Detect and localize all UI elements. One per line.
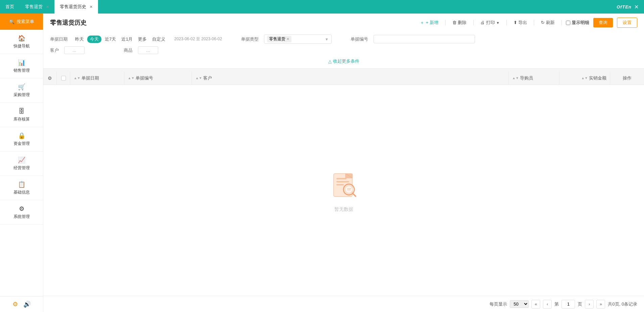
sidebar-item-purchase-mgmt[interactable]: 🛒 采购管理: [0, 79, 43, 103]
sort-date-icon[interactable]: ▲▼: [74, 76, 80, 80]
sidebar-item-fund-mgmt[interactable]: 🔒 资金管理: [0, 127, 43, 152]
delete-label: 🗑 删除: [452, 20, 467, 26]
doc-type-tag-close[interactable]: ✕: [286, 37, 289, 41]
show-detail-checkbox[interactable]: [566, 21, 570, 25]
toolbar-divider-5: [562, 20, 562, 25]
print-button[interactable]: 🖨 打印 ▼: [478, 18, 502, 27]
empty-state: 暂无数据: [43, 85, 644, 296]
collapse-icon: △: [328, 59, 332, 64]
date-opt-yesterday[interactable]: 昨天: [73, 36, 86, 43]
new-label: + 新增: [426, 20, 438, 26]
page-header: 零售退货历史 ＋ + 新增 🗑 删除 🖨 打印 ▼: [43, 14, 644, 69]
tab-retail-return-label: 零售退货: [25, 4, 43, 10]
sidebar-item-fund-mgmt-label: 资金管理: [14, 141, 30, 147]
th-guide-label: 导购员: [520, 75, 533, 81]
sidebar-item-operations-mgmt[interactable]: 📈 经营管理: [0, 152, 43, 176]
sales-mgmt-icon: 📊: [18, 59, 25, 66]
sidebar-search[interactable]: 🔍 搜索菜单: [0, 14, 43, 30]
delete-button[interactable]: 🗑 删除: [450, 18, 470, 27]
sidebar-item-sales-mgmt-label: 销售管理: [14, 68, 30, 73]
tab-retail-return-history[interactable]: 零售退货历史 ✕: [54, 0, 98, 14]
filter-row-2: 客户 ... 商品 ...: [50, 46, 637, 54]
sidebar-search-label: 搜索菜单: [17, 19, 34, 25]
inventory-calc-icon: 🗄: [18, 108, 25, 115]
th-number-label: 单据编号: [136, 75, 153, 81]
doc-type-label: 单据类型: [241, 36, 259, 42]
refresh-button[interactable]: ↻ 刷新: [538, 18, 557, 27]
query-label: 查询: [599, 20, 607, 26]
date-opt-more[interactable]: 更多: [136, 36, 149, 43]
doc-type-tag: 零售退货 ✕: [267, 36, 291, 42]
content-area: 零售退货历史 ＋ + 新增 🗑 删除 🖨 打印 ▼: [43, 14, 644, 312]
page-number-input[interactable]: [562, 300, 575, 309]
purchase-mgmt-icon: 🛒: [18, 83, 25, 91]
th-customer-label: 客户: [203, 75, 212, 81]
sidebar-item-inventory-calc[interactable]: 🗄 库存核算: [0, 103, 43, 127]
sidebar-item-quick-nav[interactable]: 🏠 快捷导航: [0, 30, 43, 54]
sort-number-icon[interactable]: ▲▼: [128, 76, 135, 80]
prev-page-button[interactable]: ‹: [543, 300, 552, 309]
collapse-button[interactable]: △ 收起更多条件: [324, 57, 363, 66]
settings-button[interactable]: 设置: [617, 18, 637, 28]
sort-guide-icon[interactable]: ▲▼: [512, 76, 519, 80]
new-icon: ＋: [420, 20, 424, 26]
date-range-display: 2023-06-02 至 2023-06-02: [174, 36, 222, 42]
last-page-button[interactable]: »: [596, 300, 605, 309]
print-dropdown-icon: ▼: [496, 21, 500, 25]
sidebar-item-system-mgmt[interactable]: ⚙ 系统管理: [0, 200, 43, 225]
th-number: ▲▼ 单据编号: [124, 71, 192, 85]
tab-home[interactable]: 首页: [0, 0, 20, 14]
th-customer: ▲▼ 客户: [192, 71, 509, 85]
doc-type-tag-label: 零售退货: [269, 36, 285, 42]
export-button[interactable]: ⬆ 导出: [511, 18, 530, 27]
select-all-checkbox[interactable]: [61, 76, 66, 81]
th-checkbox[interactable]: [57, 71, 70, 85]
tab-retail-return[interactable]: 零售退货 ✕: [20, 0, 54, 14]
table-area: ⚙ ▲▼ 单据日期 ▲▼ 单据编号 ▲▼ 客户 ▲▼: [43, 71, 644, 296]
toolbar: ＋ + 新增 🗑 删除 🖨 打印 ▼ ⬆ 导出: [417, 18, 637, 28]
sort-amount-icon[interactable]: ▲▼: [581, 76, 588, 80]
sort-customer-icon[interactable]: ▲▼: [195, 76, 202, 80]
product-picker[interactable]: ...: [138, 46, 158, 54]
customer-label: 客户: [50, 47, 59, 53]
date-filter-label: 单据日期: [50, 36, 68, 42]
date-opt-last1m[interactable]: 近1月: [119, 36, 135, 43]
svg-line-6: [353, 193, 356, 196]
basic-info-icon: 📋: [18, 181, 25, 188]
window-close-icon[interactable]: ✕: [634, 4, 639, 10]
next-page-button[interactable]: ›: [585, 300, 594, 309]
svg-rect-3: [336, 184, 344, 185]
tab-retail-return-history-close[interactable]: ✕: [90, 5, 93, 9]
th-operation-label: 操作: [623, 75, 631, 81]
sidebar-item-sales-mgmt[interactable]: 📊 销售管理: [0, 54, 43, 79]
svg-rect-2: [336, 181, 349, 182]
sidebar-item-quick-nav-label: 快捷导航: [14, 43, 30, 49]
print-label: 🖨 打印: [480, 20, 495, 26]
page-unit: 页: [578, 301, 582, 307]
audio-bottom-icon[interactable]: 🔊: [23, 300, 31, 308]
th-guide: ▲▼ 导购员: [509, 71, 559, 85]
page-size-select[interactable]: 50 20 100: [510, 300, 529, 308]
column-settings-icon[interactable]: ⚙: [48, 75, 52, 81]
fund-mgmt-icon: 🔒: [18, 132, 25, 139]
doc-number-input[interactable]: [374, 35, 475, 43]
sidebar-item-basic-info[interactable]: 📋 基础信息: [0, 176, 43, 200]
sidebar-item-operations-mgmt-label: 经营管理: [14, 165, 30, 171]
th-date-label: 单据日期: [81, 75, 99, 81]
th-settings[interactable]: ⚙: [43, 71, 57, 85]
doc-type-select[interactable]: 零售退货 ✕ ▼: [264, 35, 332, 44]
date-opt-custom[interactable]: 自定义: [150, 36, 167, 43]
date-opt-today[interactable]: 今天: [87, 36, 101, 43]
new-button[interactable]: ＋ + 新增: [417, 18, 441, 27]
show-detail-checkbox-label[interactable]: 显示明细: [566, 20, 589, 26]
query-button[interactable]: 查询: [593, 18, 613, 27]
settings-bottom-icon[interactable]: ⚙: [13, 300, 18, 308]
tab-home-label: 首页: [5, 4, 14, 10]
customer-picker[interactable]: ...: [64, 46, 85, 54]
tab-retail-return-close[interactable]: ✕: [46, 5, 49, 9]
refresh-label: ↻ 刷新: [541, 20, 555, 26]
date-opt-last7[interactable]: 近7天: [103, 36, 118, 43]
svg-point-5: [345, 186, 353, 193]
toolbar-divider-2: [473, 20, 474, 25]
first-page-button[interactable]: «: [531, 300, 540, 309]
